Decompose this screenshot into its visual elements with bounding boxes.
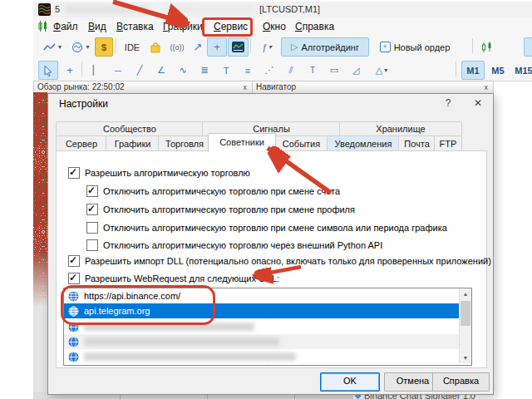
checkbox-allow-dll-import[interactable]: Разрешить импорт DLL (потенциально опасн… — [68, 255, 491, 267]
deposit-button[interactable]: $ — [95, 37, 113, 57]
tab-events[interactable]: События — [274, 135, 328, 151]
ok-button[interactable]: OK — [320, 372, 380, 392]
menu-file[interactable]: Файл — [50, 19, 81, 34]
market-watch-close-icon[interactable]: x — [244, 82, 248, 93]
checkbox-allow-webrequest[interactable]: Разрешить WebRequest для следующих URL: — [68, 273, 279, 284]
mt5-logo-icon — [38, 3, 51, 16]
bar-chart-style-button[interactable] — [477, 37, 497, 57]
market-watch-title: Обзор рынка: 22:50:02 — [34, 82, 125, 91]
text-tool-button[interactable]: T — [216, 61, 236, 80]
webrequest-url-list[interactable]: https://api.binance.com/ api.telegram.or… — [63, 288, 472, 366]
menu-tools[interactable]: Сервис — [210, 19, 251, 34]
channel-tool-button[interactable]: ≣ — [195, 61, 214, 80]
url-row-redacted[interactable] — [64, 349, 460, 364]
navigator-title: Навигатор — [253, 82, 296, 91]
scrollbar-thumb[interactable] — [461, 301, 470, 326]
checkbox-label: Отключить алгоритмическую торговлю при с… — [103, 186, 340, 196]
scroll-up-icon[interactable]: ▲ — [460, 288, 471, 299]
marketplace-button[interactable] — [145, 37, 165, 57]
market-watch-header[interactable]: Обзор рынка: 22:50:02 x — [33, 81, 253, 94]
checkbox-allow-algo-trading[interactable]: Разрешить алгоритмическую торговлю — [68, 167, 250, 179]
redacted-title-text — [162, 5, 252, 14]
tab-expert-advisors[interactable]: Советники — [208, 133, 276, 152]
globe-icon — [68, 337, 79, 347]
cancel-label: Отмена — [397, 376, 429, 386]
url-row-redacted[interactable] — [64, 334, 460, 349]
timeframe-m15-button[interactable]: M15 — [511, 61, 532, 80]
fibo-retracement-icon: ≡ — [245, 66, 250, 76]
tab-trade[interactable]: Торговля — [158, 135, 211, 151]
indicators-dropdown[interactable]: ƒ ▾ — [254, 37, 280, 57]
dollar-icon: $ — [101, 42, 106, 52]
tab-notifications[interactable]: Уведомления — [327, 135, 400, 151]
function-icon: ƒ — [262, 42, 267, 52]
scroll-down-icon[interactable]: ▼ — [460, 352, 471, 363]
url-row-binance[interactable]: https://api.binance.com/ — [64, 288, 460, 303]
crosshair-mode-button[interactable]: + — [207, 37, 227, 57]
new-order-button[interactable]: + Новый ордер — [372, 37, 457, 57]
navigator-close-icon[interactable]: x — [485, 82, 489, 93]
timeframe-m5-button[interactable]: M5 — [486, 61, 510, 80]
tab-mail[interactable]: Почта — [398, 135, 436, 151]
chart-window-button[interactable] — [228, 37, 249, 57]
dialog-help-button[interactable]: ? — [441, 97, 456, 109]
window-titlebar: 5 [LTCUSDT,M1] — [33, 2, 532, 17]
clipped-toolbar-button[interactable] — [524, 37, 532, 57]
dropdown-icon: ▾ — [384, 66, 387, 74]
tab-server[interactable]: Сервер — [56, 135, 107, 151]
cursor-tool-button[interactable] — [38, 61, 58, 80]
checkbox-disable-python-api[interactable]: Отключить алгоритмическую торговлю через… — [86, 239, 382, 251]
menu-help[interactable]: Справка — [292, 19, 337, 34]
text-label-tool-button[interactable]: T — [303, 61, 323, 80]
cursor-icon — [43, 65, 53, 76]
polyline-icon: ∿ — [179, 65, 186, 76]
list-scrollbar[interactable]: ▲ ▼ — [459, 288, 471, 363]
indicator-window-dropdown[interactable]: ▾ — [66, 37, 95, 57]
help-button[interactable]: Справка — [432, 372, 490, 392]
vertical-line-tool-button[interactable]: ▏ — [86, 61, 106, 80]
url-row-redacted[interactable] — [64, 319, 460, 334]
standard-toolbar: ▾ ▾ $ IDE ((o)) ↗ + ƒ ▾ — [33, 35, 532, 59]
redacted-url — [84, 352, 296, 361]
vertical-line-icon: ▏ — [93, 65, 100, 76]
trendline-icon: ╱ — [137, 65, 143, 76]
tab-ftp[interactable]: FTP — [434, 135, 462, 151]
menu-charts[interactable]: Графики — [160, 19, 206, 34]
algo-trading-button[interactable]: ▷ Алготрейдинг — [281, 37, 369, 57]
shapes-icon: △ — [376, 65, 382, 76]
vps-button[interactable]: ↗ — [189, 37, 207, 57]
polyline-tool-button[interactable]: ∿ — [173, 61, 193, 80]
menu-insert[interactable]: Вставка — [113, 19, 157, 34]
globe-icon — [68, 306, 79, 317]
timeframe-m1-button[interactable]: M1 — [461, 61, 485, 80]
rectangle-tool-button[interactable]: ▭ — [324, 61, 344, 80]
checkbox-disable-on-symbol-change[interactable]: Отключить алгоритмическую торговлю при с… — [86, 222, 447, 234]
navigator-header[interactable]: Навигатор x — [252, 81, 494, 94]
checkbox-disable-on-account-change[interactable]: Отключить алгоритмическую торговлю при с… — [86, 185, 340, 197]
ide-button[interactable]: IDE — [119, 37, 145, 57]
tab-storage[interactable]: Хранилище — [339, 121, 462, 135]
menu-window[interactable]: Окно — [259, 19, 289, 34]
shapes-dropdown-button[interactable]: △ ▾ — [367, 61, 396, 80]
checkbox-box — [68, 167, 80, 179]
dialog-close-button[interactable]: ✕ — [470, 97, 485, 109]
trend-angle-tool-button[interactable]: ∠ — [151, 61, 171, 80]
trendline-tool-button[interactable]: ╱ — [130, 61, 150, 80]
chart-window-icon — [232, 42, 244, 52]
fibo-retracement-tool-button[interactable]: ≡ — [238, 61, 258, 80]
tab-community[interactable]: Сообщество — [56, 121, 204, 135]
tab-charts[interactable]: Графики — [106, 135, 160, 151]
signals-button[interactable]: ((o)) — [165, 37, 189, 57]
window-title-prefix: 5 — [55, 2, 60, 17]
parallel-channel-tool-button[interactable]: ⫽ — [281, 61, 301, 80]
url-text: api.telegram.org — [84, 306, 150, 316]
url-row-telegram[interactable]: api.telegram.org — [64, 303, 460, 318]
checkbox-box — [86, 185, 98, 197]
fibo-fan-tool-button[interactable]: ⋰ — [259, 61, 279, 80]
crosshair-tool-button[interactable]: + — [60, 61, 80, 80]
chart-type-dropdown[interactable]: ▾ — [38, 37, 66, 57]
checkbox-disable-on-profile-change[interactable]: Отключить алгоритмическую торговлю при с… — [86, 204, 355, 215]
menu-view[interactable]: Вид — [85, 19, 110, 34]
triangle-tool-button[interactable]: ◿ — [346, 61, 366, 80]
horizontal-line-tool-button[interactable]: ─ — [108, 61, 128, 80]
